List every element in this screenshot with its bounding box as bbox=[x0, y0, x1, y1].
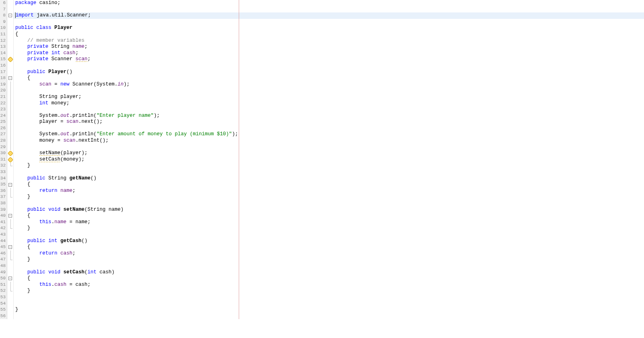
code-line[interactable]: String player; bbox=[14, 94, 644, 100]
code-line[interactable]: } bbox=[14, 307, 644, 313]
fold-toggle-icon[interactable]: − bbox=[8, 214, 12, 218]
code-text: .println( bbox=[69, 113, 97, 118]
fold-cell bbox=[7, 81, 13, 88]
code-line[interactable]: this.name = name; bbox=[14, 219, 644, 226]
declaration-name: getCash bbox=[61, 238, 82, 244]
code-line[interactable] bbox=[14, 106, 644, 113]
code-line[interactable]: { bbox=[14, 31, 644, 38]
fold-toggle-icon[interactable]: − bbox=[8, 14, 12, 17]
code-text bbox=[15, 69, 27, 75]
field-ref: out bbox=[61, 113, 70, 118]
line-number: 23 bbox=[0, 106, 6, 113]
fold-toggle-icon[interactable]: − bbox=[8, 183, 12, 187]
line-number: 7 bbox=[0, 6, 6, 13]
code-line[interactable]: return cash; bbox=[14, 250, 644, 257]
field-ref: scan bbox=[67, 119, 79, 124]
fold-cell bbox=[7, 0, 13, 6]
code-text bbox=[15, 81, 39, 87]
code-line[interactable] bbox=[14, 301, 644, 307]
code-line[interactable]: int money; bbox=[14, 100, 644, 107]
fold-toggle-icon[interactable]: − bbox=[8, 76, 12, 80]
code-line[interactable]: return name; bbox=[14, 188, 644, 194]
code-line[interactable]: { bbox=[14, 213, 644, 219]
fold-toggle-icon[interactable]: − bbox=[8, 277, 12, 280]
field-ref: cash bbox=[63, 50, 75, 56]
fold-cell bbox=[7, 144, 13, 151]
code-line[interactable]: System.out.println("Enter player name"); bbox=[14, 113, 644, 119]
code-line[interactable] bbox=[14, 294, 644, 301]
code-line[interactable]: } bbox=[14, 257, 644, 263]
code-line[interactable]: money = scan.nextInt(); bbox=[14, 138, 644, 144]
code-text: ); bbox=[154, 113, 160, 118]
code-text: = cash; bbox=[67, 282, 91, 287]
code-text: } bbox=[15, 194, 30, 200]
keyword: public bbox=[27, 69, 45, 75]
code-line[interactable] bbox=[14, 313, 644, 320]
code-line[interactable]: } bbox=[14, 288, 644, 294]
code-line[interactable]: } bbox=[14, 163, 644, 169]
code-line[interactable]: } bbox=[14, 194, 644, 200]
code-line[interactable]: } bbox=[14, 225, 644, 232]
code-line[interactable] bbox=[14, 88, 644, 94]
keyword: public int bbox=[27, 238, 57, 244]
code-text bbox=[15, 50, 27, 56]
field-ref: scan bbox=[39, 81, 51, 87]
code-line[interactable]: { bbox=[14, 244, 644, 250]
fold-cell bbox=[7, 194, 13, 200]
code-line[interactable]: // member variables bbox=[14, 38, 644, 44]
code-line[interactable] bbox=[14, 169, 644, 175]
code-line[interactable]: System.out.println("Enter amount of mone… bbox=[14, 131, 644, 138]
code-line[interactable]: public int getCash() bbox=[14, 238, 644, 244]
line-number: 22 bbox=[0, 100, 6, 107]
code-line[interactable] bbox=[14, 144, 644, 151]
warning-icon[interactable] bbox=[7, 57, 13, 62]
code-line[interactable] bbox=[14, 19, 644, 25]
code-line[interactable] bbox=[14, 125, 644, 132]
code-line[interactable]: private int cash; bbox=[14, 50, 644, 57]
line-number: 35 bbox=[0, 181, 6, 188]
code-text: () bbox=[91, 175, 97, 181]
code-line[interactable]: public Player() bbox=[14, 69, 644, 75]
fold-guide bbox=[10, 225, 11, 228]
code-text bbox=[45, 69, 49, 75]
code-line[interactable]: setCash(money); bbox=[14, 157, 644, 163]
code-line[interactable] bbox=[14, 232, 644, 238]
warning-icon[interactable] bbox=[7, 157, 13, 163]
fold-cell bbox=[7, 225, 13, 232]
code-line[interactable]: public void setName(String name) bbox=[14, 207, 644, 213]
code-line[interactable]: public void setCash(int cash) bbox=[14, 269, 644, 276]
code-line[interactable]: public class Player bbox=[14, 25, 644, 31]
code-text: (player); bbox=[61, 150, 88, 156]
code-text bbox=[51, 25, 55, 31]
code-line[interactable]: setName(player); bbox=[14, 150, 644, 157]
code-line[interactable]: { bbox=[14, 181, 644, 188]
code-line[interactable] bbox=[14, 6, 644, 13]
fold-guide bbox=[10, 288, 11, 291]
fold-cell bbox=[7, 207, 13, 213]
code-line[interactable]: private String name; bbox=[14, 44, 644, 50]
code-line[interactable] bbox=[14, 200, 644, 207]
line-number: 8 bbox=[0, 12, 6, 19]
code-text: { bbox=[15, 275, 30, 281]
code-line[interactable] bbox=[14, 263, 644, 269]
code-line[interactable]: private Scanner scan; bbox=[14, 56, 644, 63]
keyword: private bbox=[27, 44, 49, 49]
warning-icon[interactable] bbox=[7, 151, 13, 156]
fold-guide-end bbox=[10, 228, 12, 229]
code-area[interactable]: package casino;import java.util.Scanner;… bbox=[14, 0, 644, 319]
code-text: Scanner bbox=[49, 56, 76, 62]
code-line[interactable]: player = scan.next(); bbox=[14, 119, 644, 125]
code-line[interactable]: package casino; bbox=[14, 0, 644, 6]
code-line[interactable]: scan = new Scanner(System.in); bbox=[14, 81, 644, 88]
fold-guide bbox=[10, 131, 11, 138]
fold-toggle-icon[interactable]: − bbox=[8, 245, 12, 249]
code-line[interactable] bbox=[14, 63, 644, 69]
code-line[interactable]: { bbox=[14, 275, 644, 282]
fold-cell bbox=[7, 175, 13, 182]
line-number: 52 bbox=[0, 288, 6, 294]
code-line[interactable]: this.cash = cash; bbox=[14, 282, 644, 288]
code-line[interactable]: public String getName() bbox=[14, 175, 644, 182]
code-line[interactable]: { bbox=[14, 75, 644, 81]
code-text bbox=[15, 238, 27, 244]
code-line[interactable]: import java.util.Scanner; bbox=[14, 12, 644, 19]
